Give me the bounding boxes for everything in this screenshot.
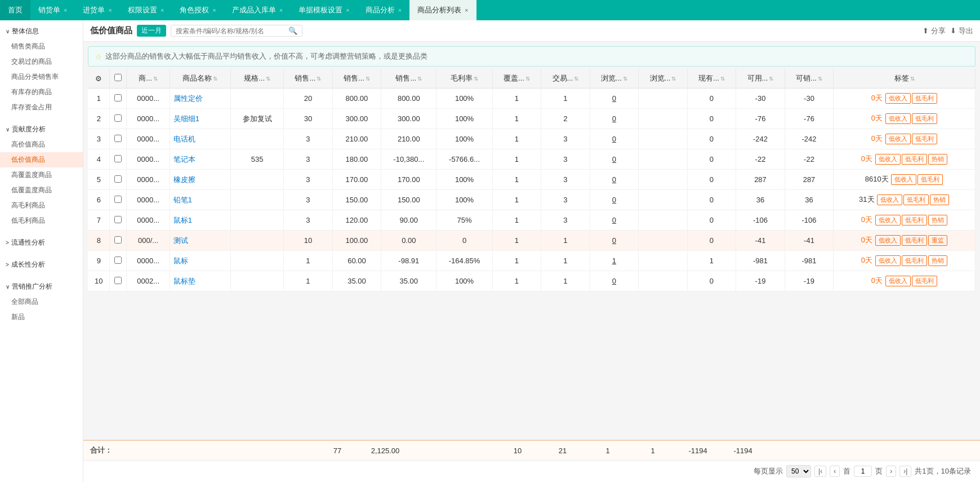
sidebar-group-贡献度分析[interactable]: ∨贡献度分析	[0, 122, 83, 137]
sidebar-group-成长性分析[interactable]: >成长性分析	[0, 257, 83, 272]
sidebar-item-高毛利商品[interactable]: 高毛利商品	[0, 198, 83, 213]
product-name[interactable]: 鼠标1	[170, 210, 230, 231]
sidebar-item-销售类商品[interactable]: 销售类商品	[0, 39, 83, 54]
col-header-5[interactable]: 销售...⇅	[284, 69, 333, 89]
row-checkbox[interactable]	[114, 135, 122, 142]
sidebar-item-低价值商品[interactable]: 低价值商品	[0, 152, 83, 167]
next-page-button[interactable]: ›	[886, 466, 896, 477]
sort-icon[interactable]: ⇅	[213, 76, 217, 82]
sidebar-item-有库存的商品[interactable]: 有库存的商品	[0, 85, 83, 100]
product-name[interactable]: 吴细细1	[170, 109, 230, 129]
nav-item-权限设置[interactable]: 权限设置×	[120, 0, 172, 20]
nav-item-角色授权[interactable]: 角色授权×	[172, 0, 224, 20]
export-button[interactable]: ⬇ 导出	[950, 26, 973, 36]
row-checkbox[interactable]	[114, 175, 122, 183]
close-tab-icon[interactable]: ×	[346, 7, 349, 14]
sidebar-item-全部商品[interactable]: 全部商品	[0, 294, 83, 309]
search-icon[interactable]: 🔍	[288, 26, 297, 35]
sort-icon[interactable]: ⇅	[153, 76, 158, 82]
close-tab-icon[interactable]: ×	[64, 7, 67, 14]
nav-item-产成品入库单[interactable]: 产成品入库单×	[224, 0, 291, 20]
product-name[interactable]: 鼠标	[170, 251, 230, 271]
col-header-7[interactable]: 销售...⇅	[381, 69, 436, 89]
col-header-16[interactable]: 标签⇅	[834, 69, 975, 89]
search-input[interactable]	[176, 27, 288, 35]
browse1-link[interactable]: 0	[612, 155, 616, 163]
sort-icon[interactable]: ⇅	[366, 76, 370, 82]
sidebar-item-低覆盖度商品[interactable]: 低覆盖度商品	[0, 183, 83, 198]
product-name[interactable]: 橡皮擦	[170, 170, 230, 190]
nav-item-商品分析列表[interactable]: 商品分析列表×	[409, 0, 476, 20]
close-tab-icon[interactable]: ×	[161, 7, 164, 14]
browse1[interactable]: 1	[590, 251, 639, 271]
browse1-link[interactable]: 0	[612, 216, 616, 224]
col-header-11[interactable]: 浏览...⇅	[590, 69, 639, 89]
browse1-link[interactable]: 0	[612, 114, 616, 123]
browse1-link[interactable]: 0	[612, 277, 616, 285]
row-checkbox[interactable]	[114, 277, 122, 284]
product-name[interactable]: 属性定价	[170, 89, 230, 109]
page-number-input[interactable]	[854, 466, 872, 477]
col-header-4[interactable]: 规格...⇅	[231, 69, 284, 89]
browse1-link[interactable]: 0	[612, 175, 616, 184]
share-button[interactable]: ⬆ 分享	[923, 26, 946, 36]
product-name[interactable]: 笔记本	[170, 149, 230, 170]
sort-icon[interactable]: ⇅	[910, 76, 915, 82]
sort-icon[interactable]: ⇅	[769, 76, 773, 82]
row-checkbox[interactable]	[114, 94, 122, 101]
col-header-3[interactable]: 商品名称⇅	[170, 69, 230, 89]
filter-tag[interactable]: 近一月	[137, 25, 166, 37]
browse1-link[interactable]: 1	[612, 257, 616, 265]
sidebar-group-整体信息[interactable]: ∨整体信息	[0, 24, 83, 39]
sort-icon[interactable]: ⇅	[417, 76, 422, 82]
row-checkbox[interactable]	[114, 155, 122, 162]
close-tab-icon[interactable]: ×	[212, 7, 216, 14]
col-header-8[interactable]: 毛利率⇅	[436, 69, 492, 89]
col-header-14[interactable]: 可用...⇅	[736, 69, 785, 89]
sort-icon[interactable]: ⇅	[474, 76, 478, 82]
col-header-10[interactable]: 交易...⇅	[541, 69, 590, 89]
product-name[interactable]: 测试	[170, 231, 230, 251]
product-name[interactable]: 鼠标垫	[170, 271, 230, 291]
close-tab-icon[interactable]: ×	[465, 7, 468, 14]
sidebar-item-库存资金占用[interactable]: 库存资金占用	[0, 100, 83, 115]
row-checkbox[interactable]	[114, 216, 122, 223]
sidebar-item-高价值商品[interactable]: 高价值商品	[0, 137, 83, 152]
col-header-9[interactable]: 覆盖...⇅	[492, 69, 541, 89]
col-header-2[interactable]: 商...⇅	[127, 69, 170, 89]
sort-icon[interactable]: ⇅	[574, 76, 578, 82]
sidebar-group-营销推广分析[interactable]: ∨营销推广分析	[0, 279, 83, 294]
settings-icon[interactable]: ⚙	[95, 74, 102, 83]
col-header-12[interactable]: 浏览...⇅	[639, 69, 688, 89]
sidebar-item-商品分类销售率[interactable]: 商品分类销售率	[0, 69, 83, 85]
close-tab-icon[interactable]: ×	[398, 7, 402, 14]
first-page-button[interactable]: |‹	[814, 466, 826, 477]
select-all-checkbox[interactable]	[114, 74, 122, 81]
row-checkbox[interactable]	[114, 257, 122, 264]
col-header-6[interactable]: 销售...⇅	[332, 69, 381, 89]
sort-icon[interactable]: ⇅	[818, 76, 822, 82]
per-page-select[interactable]: 50	[786, 465, 811, 477]
product-name[interactable]: 电话机	[170, 129, 230, 149]
nav-item-单据模板设置[interactable]: 单据模板设置×	[291, 0, 357, 20]
browse1-link[interactable]: 0	[612, 94, 616, 103]
row-checkbox[interactable]	[114, 196, 122, 203]
sort-icon[interactable]: ⇅	[623, 76, 627, 82]
nav-item-商品分析[interactable]: 商品分析×	[358, 0, 409, 20]
browse1-link[interactable]: 0	[612, 196, 616, 204]
col-header-15[interactable]: 可销...⇅	[785, 69, 834, 89]
row-checkbox[interactable]	[114, 236, 122, 244]
nav-item-进货单[interactable]: 进货单×	[75, 0, 119, 20]
sort-icon[interactable]: ⇅	[671, 76, 676, 82]
sidebar-group-流通性分析[interactable]: >流通性分析	[0, 235, 83, 250]
sort-icon[interactable]: ⇅	[525, 76, 530, 82]
browse1-link[interactable]: 0	[612, 135, 616, 143]
sidebar-item-新品[interactable]: 新品	[0, 309, 83, 325]
sidebar-item-交易过的商品[interactable]: 交易过的商品	[0, 54, 83, 69]
prev-page-button[interactable]: ‹	[830, 466, 840, 477]
col-header-13[interactable]: 现有...⇅	[687, 69, 736, 89]
sort-icon[interactable]: ⇅	[720, 76, 725, 82]
last-page-button[interactable]: ›|	[899, 466, 911, 477]
sidebar-item-低毛利商品[interactable]: 低毛利商品	[0, 213, 83, 228]
browse1-link[interactable]: 0	[612, 236, 616, 245]
